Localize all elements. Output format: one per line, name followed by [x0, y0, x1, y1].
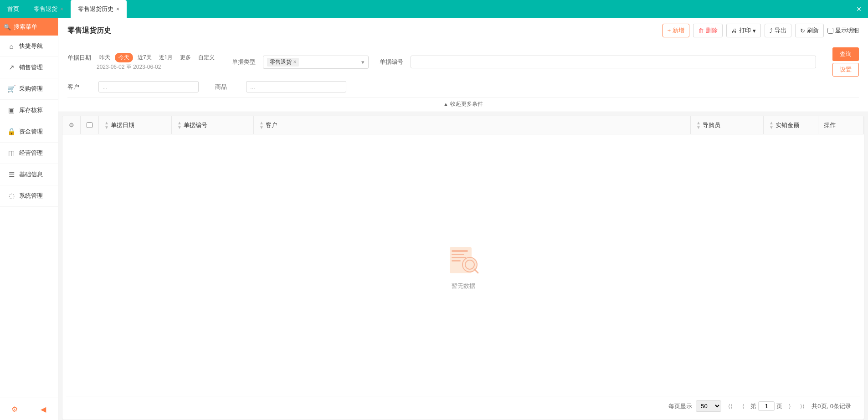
date-filter-block: 单据日期 昨天 今天 近7天 近1月 更多 自定义 2023-06-02 至 2… — [67, 53, 221, 71]
collapse-bar[interactable]: ▲ 收起更多条件 — [67, 97, 859, 112]
delete-button[interactable]: 🗑 删除 — [693, 24, 723, 37]
page-first-button[interactable]: ⟨⟨ — [725, 401, 736, 412]
tab-retail-return[interactable]: 零售退货 × — [26, 0, 71, 18]
window-close-button[interactable]: × — [850, 5, 868, 14]
page-last-button[interactable]: ⟩⟩ — [797, 401, 808, 412]
tab-home[interactable]: 首页 — [0, 0, 26, 18]
sidebar-item-inventory[interactable]: ▣ 库存核算 — [0, 100, 58, 121]
purchase-icon: 🛒 — [7, 85, 15, 93]
goods-filter-block: 商品 ... — [215, 81, 352, 92]
empty-text: 暂无数据 — [452, 282, 475, 290]
sys-icon: ◌ — [7, 192, 15, 200]
sidebar-bottom: ⚙ ◀ — [0, 398, 58, 420]
tab-retail-return-label: 零售退货 — [34, 5, 57, 13]
tab-retail-return-history[interactable]: 零售退货历史 × — [71, 0, 127, 18]
sidebar-item-basic-info[interactable]: ☰ 基础信息 — [0, 164, 58, 185]
customer-filter-label: 客户 — [67, 83, 95, 91]
date-opt-more[interactable]: 更多 — [177, 53, 194, 62]
set-button[interactable]: 设置 — [832, 63, 859, 77]
number-filter-block: 单据编号 — [380, 56, 816, 68]
type-filter-label: 单据类型 — [232, 58, 259, 66]
sort-amount-icon: ▲▼ — [769, 121, 774, 130]
toolbar: + 新增 🗑 删除 🖨 打印 ▾ ⤴ 导出 ↻ — [663, 24, 859, 37]
page-title-row: 零售退货历史 + 新增 🗑 删除 🖨 打印 ▾ ⤴ 导出 — [67, 24, 859, 37]
page-number-input[interactable] — [758, 401, 775, 411]
tab-retail-return-history-close[interactable]: × — [116, 6, 119, 12]
type-dropdown-icon: ▾ — [361, 59, 365, 66]
sidebar-item-finance[interactable]: 🔒 资金管理 — [0, 121, 58, 143]
sidebar-item-ops-mgmt[interactable]: ◫ 经营管理 — [0, 143, 58, 164]
customer-input[interactable]: ... — [98, 81, 199, 92]
print-button[interactable]: 🖨 打印 ▾ — [726, 24, 761, 37]
sidebar-collapse-button[interactable]: ◀ — [36, 402, 51, 416]
sidebar-item-inventory-label: 库存核算 — [19, 106, 43, 114]
sidebar-item-sales-mgmt[interactable]: ↗ 销售管理 — [0, 57, 58, 78]
col-date[interactable]: ▲▼ 单据日期 — [99, 116, 172, 134]
number-filter-label: 单据编号 — [380, 58, 407, 66]
date-opt-yesterday[interactable]: 昨天 — [97, 53, 113, 62]
finance-icon: 🔒 — [7, 128, 15, 136]
select-all-checkbox[interactable] — [87, 122, 92, 128]
svg-rect-3 — [452, 257, 466, 258]
tab-retail-return-close[interactable]: × — [60, 6, 63, 12]
collapse-icon: ▲ — [443, 101, 449, 108]
sidebar-item-purchase-mgmt[interactable]: 🛒 采购管理 — [0, 78, 58, 100]
type-select[interactable]: 零售退货 × ▾ — [263, 56, 369, 69]
show-detail-label: 显示明细 — [827, 26, 859, 35]
date-opt-custom[interactable]: 自定义 — [195, 53, 217, 62]
search-icon: 🔍 — [4, 24, 11, 31]
date-filter-label: 单据日期 — [67, 54, 95, 62]
refresh-icon: ↻ — [800, 27, 805, 34]
date-opt-today[interactable]: 今天 — [115, 53, 133, 62]
type-tag-remove[interactable]: × — [293, 59, 296, 65]
sidebar-search-label: 搜索菜单 — [14, 23, 37, 31]
sidebar-item-quick-nav[interactable]: ⌂ 快捷导航 — [0, 36, 58, 57]
sidebar: 🔍 搜索菜单 ⌂ 快捷导航 ↗ 销售管理 🛒 采购管理 ▣ 库存核算 🔒 资 — [0, 18, 58, 420]
sidebar-item-basic-label: 基础信息 — [19, 170, 43, 179]
per-page-label: 每页显示 — [668, 402, 692, 410]
goods-filter-label: 商品 — [215, 83, 242, 91]
tab-home-label: 首页 — [7, 5, 19, 13]
svg-rect-1 — [452, 250, 468, 252]
filter-row-2: 客户 ... 商品 ... — [67, 81, 859, 92]
sidebar-settings-button[interactable]: ⚙ — [7, 402, 22, 416]
print-dropdown-icon: ▾ — [753, 27, 756, 34]
number-input[interactable] — [411, 56, 816, 68]
sidebar-item-sys-label: 系统管理 — [19, 192, 43, 200]
show-detail-checkbox[interactable] — [827, 28, 833, 34]
export-button[interactable]: ⤴ 导出 — [765, 24, 791, 37]
sidebar-item-sys-mgmt[interactable]: ◌ 系统管理 — [0, 185, 58, 207]
filter-row-1: 单据日期 昨天 今天 近7天 近1月 更多 自定义 2023-06-02 至 2… — [67, 47, 859, 77]
goods-input[interactable]: ... — [246, 81, 346, 92]
date-opt-7days[interactable]: 近7天 — [135, 53, 154, 62]
sidebar-item-ops-label: 经营管理 — [19, 149, 43, 157]
table-select-all[interactable] — [81, 116, 99, 134]
query-button[interactable]: 查询 — [832, 47, 859, 61]
date-options: 昨天 今天 近7天 近1月 更多 自定义 — [97, 53, 217, 62]
col-number[interactable]: ▲▼ 单据编号 — [172, 116, 254, 134]
tab-list: 首页 零售退货 × 零售退货历史 × — [0, 0, 850, 18]
svg-rect-4 — [452, 260, 461, 261]
date-range-value: 2023-06-02 至 2023-06-02 — [97, 63, 161, 71]
sort-date-icon: ▲▼ — [104, 121, 109, 130]
page-next-button[interactable]: ⟩ — [784, 401, 795, 412]
new-button[interactable]: + 新增 — [663, 24, 689, 37]
refresh-button[interactable]: ↻ 刷新 — [795, 24, 824, 37]
page-prev-button[interactable]: ⟨ — [738, 401, 749, 412]
page-title: 零售退货历史 — [67, 26, 111, 36]
basic-info-icon: ☰ — [7, 170, 15, 179]
col-amount[interactable]: ▲▼ 实销金额 — [764, 116, 818, 134]
sidebar-search[interactable]: 🔍 搜索菜单 — [0, 18, 58, 36]
export-icon: ⤴ — [770, 27, 773, 34]
sort-number-icon: ▲▼ — [177, 121, 182, 130]
ops-icon: ◫ — [7, 149, 15, 157]
table-settings-icon[interactable]: ⚙ — [62, 116, 81, 134]
sidebar-item-finance-label: 资金管理 — [19, 128, 43, 136]
col-customer[interactable]: ▲▼ 客户 — [254, 116, 691, 134]
date-opt-1month[interactable]: 近1月 — [156, 53, 176, 62]
inventory-icon: ▣ — [7, 106, 15, 114]
tab-retail-return-history-label: 零售退货历史 — [78, 5, 113, 13]
customer-filter-block: 客户 ... — [67, 81, 204, 92]
col-guide[interactable]: ▲▼ 导购员 — [691, 116, 764, 134]
per-page-select[interactable]: 50 10 20 100 — [696, 400, 721, 412]
